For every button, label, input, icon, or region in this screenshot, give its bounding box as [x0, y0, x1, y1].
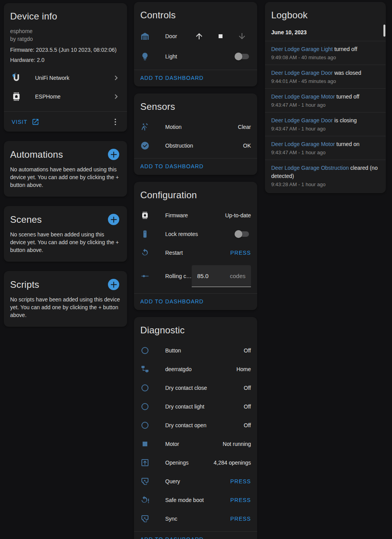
configuration-title: Configuration [134, 182, 257, 206]
open-in-new-icon [32, 118, 39, 126]
door-label: Door [165, 33, 190, 39]
diag-row-sync: Sync PRESS [134, 509, 257, 528]
diag-label: Dry contact open [165, 422, 244, 428]
sensor-value: Clear [238, 124, 251, 130]
door-close-button[interactable] [233, 28, 251, 44]
add-script-button[interactable] [108, 279, 119, 290]
diag-row-motor[interactable]: Motor Not running [134, 435, 257, 453]
chevron-right-icon [111, 73, 121, 83]
diag-label: Query [165, 478, 230, 484]
entity-link[interactable]: Deer Lodge Garage Door [271, 117, 333, 123]
lock-remotes-toggle[interactable] [235, 229, 250, 239]
device-manufacturer: by ratgdo [4, 35, 127, 43]
middle-column: Controls Door Light [134, 2, 257, 539]
log-action: turned on [335, 141, 359, 147]
light-toggle[interactable] [235, 52, 250, 61]
right-column: Logbook June 10, 2023 Deer Lodge Garage … [265, 2, 386, 193]
visit-button[interactable]: VISIT [9, 116, 42, 128]
door-stop-button[interactable] [211, 28, 230, 44]
diag-label: Sync [165, 516, 230, 522]
diag-row-deerratgdo[interactable]: deerratgdo Home [134, 360, 257, 379]
circle-outline-icon [140, 383, 150, 393]
toggle-knob [235, 53, 242, 60]
device-menu-button[interactable] [108, 115, 122, 129]
diagnostic-title: Diagnostic [134, 317, 257, 341]
config-row-lock-remotes: Lock remotes [134, 225, 257, 243]
diagnostic-add-to-dashboard-button[interactable]: ADD TO DASHBOARD [137, 534, 207, 539]
cover-buttons [190, 28, 251, 44]
diag-row-openings[interactable]: Openings 4,284 openings [134, 453, 257, 472]
integration-unifi-network[interactable]: UniFi Network [4, 69, 127, 87]
square-icon [140, 439, 150, 449]
diag-label: Button [165, 347, 244, 354]
controls-add-to-dashboard-button[interactable]: ADD TO DASHBOARD [137, 72, 207, 83]
sensors-add-to-dashboard-button[interactable]: ADD TO DASHBOARD [137, 161, 207, 172]
scripts-title: Scripts [10, 279, 39, 290]
entity-link[interactable]: Deer Lodge Garage Light [271, 46, 333, 52]
visit-label: VISIT [12, 119, 28, 125]
sensor-value: OK [243, 143, 251, 149]
logbook-entry: Deer Lodge Garage Door is closing 9:43:4… [265, 112, 386, 136]
logbook-scrollbar[interactable] [383, 25, 385, 37]
integration-esphome[interactable]: ESPHome [4, 87, 127, 106]
entity-link[interactable]: Deer Lodge Garage Motor [271, 93, 335, 100]
config-label: Lock remotes [165, 231, 235, 237]
diag-row-dry-contact-open[interactable]: Dry contact open Off [134, 416, 257, 435]
light-row: Light [134, 46, 257, 67]
logbook-entry: Deer Lodge Garage Door was closed 9:44:0… [265, 65, 386, 88]
light-label: Light [165, 53, 235, 60]
diag-value: Off [244, 403, 251, 410]
diag-row-button[interactable]: Button Off [134, 341, 257, 360]
sync-press-button[interactable]: PRESS [230, 516, 251, 522]
device-info-actions: VISIT [4, 111, 127, 132]
logbook-title: Logbook [265, 2, 386, 26]
diag-value: Home [237, 366, 251, 372]
add-scene-button[interactable] [108, 214, 119, 225]
integration-label: UniFi Network [35, 75, 111, 81]
dots-vertical-icon [111, 117, 120, 127]
safe-mode-boot-press-button[interactable]: PRESS [230, 497, 251, 503]
diag-value: 4,284 openings [214, 460, 251, 466]
device-name: esphome [4, 27, 127, 35]
automations-title: Automations [10, 149, 63, 160]
entity-link[interactable]: Deer Lodge Garage Door [271, 70, 333, 76]
circle-outline-icon [140, 402, 150, 411]
add-automation-button[interactable] [108, 149, 119, 160]
rolling-code-unit: codes [230, 273, 245, 279]
config-label: Firmware [165, 212, 225, 218]
diag-value: Not running [223, 441, 251, 447]
door-open-button[interactable] [190, 28, 208, 44]
unifi-icon [10, 72, 23, 84]
query-press-button[interactable]: PRESS [230, 478, 251, 484]
logbook-entry: Deer Lodge Garage Motor turned off 9:43:… [265, 88, 386, 112]
entity-link[interactable]: Deer Lodge Garage Motor [271, 141, 335, 147]
arrow-down-icon [237, 32, 247, 41]
sensor-row-obstruction[interactable]: Obstruction OK [134, 136, 257, 155]
diag-value: Off [244, 385, 251, 391]
sensor-label: Obstruction [165, 143, 243, 149]
diag-row-dry-contact-light[interactable]: Dry contact light Off [134, 397, 257, 416]
log-time: 9:44:01 AM - 45 minutes ago [271, 78, 380, 84]
sensor-row-motion[interactable]: Motion Clear [134, 118, 257, 136]
scripts-card: Scripts No scripts have been added using… [4, 271, 127, 327]
arrow-up-icon [194, 32, 204, 41]
restart-press-button[interactable]: PRESS [230, 250, 251, 256]
circle-outline-icon [140, 421, 150, 430]
controls-title: Controls [134, 2, 257, 26]
diag-row-dry-contact-close[interactable]: Dry contact close Off [134, 379, 257, 397]
esphome-chip-icon [140, 211, 150, 220]
log-time: 9:43:28 AM - 1 hour ago [271, 181, 380, 187]
scenes-empty-text: No scenes have been added using this dev… [4, 227, 127, 262]
rolling-code-input[interactable] [197, 273, 220, 279]
logbook-entry: Deer Lodge Garage Motor turned on 9:43:4… [265, 136, 386, 160]
diag-label: Openings [165, 460, 214, 466]
config-value: Up-to-date [225, 212, 251, 218]
diag-value: Off [244, 347, 251, 354]
slider-icon [140, 271, 150, 281]
entity-link[interactable]: Deer Lodge Garage Obstruction [271, 165, 349, 171]
configuration-add-to-dashboard-button[interactable]: ADD TO DASHBOARD [137, 296, 207, 307]
esphome-icon [10, 90, 23, 103]
configuration-card: Configuration Firmware Up-to-date Lock r… [134, 182, 257, 310]
logbook-date: June 10, 2023 [265, 26, 386, 41]
config-row-firmware[interactable]: Firmware Up-to-date [134, 206, 257, 225]
